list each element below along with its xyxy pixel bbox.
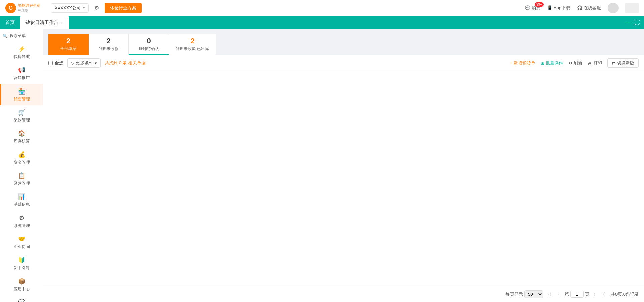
print-icon: 🖨	[588, 61, 592, 66]
cart-icon: 🛒	[18, 109, 25, 116]
sidebar-item-basic-info[interactable]: 📊 基础信息	[0, 190, 43, 211]
flash-icon: ⚡	[18, 45, 25, 53]
sidebar-item-inventory[interactable]: 🏠 库存核算	[0, 126, 43, 147]
message-badge: 99+	[535, 2, 544, 7]
main-layout: 🔍 搜索菜单 ⚡ 快捷导航 📢 营销推广 🏪 销售管理 🛒 采购管理 🏠 库存核…	[0, 29, 644, 302]
more-filter-button[interactable]: ▽ 更多条件 ▾	[67, 58, 101, 68]
chevron-down-icon: ▾	[83, 6, 85, 10]
tab-work-station[interactable]: 钱货日清工作台 ✕	[20, 16, 69, 29]
print-button[interactable]: 🖨 打印	[588, 60, 602, 66]
refresh-button[interactable]: ↻ 刷新	[569, 60, 582, 66]
sidebar-item-quick-nav[interactable]: ⚡ 快捷导航	[0, 42, 43, 63]
money-icon: 💰	[18, 151, 25, 158]
user-menu[interactable]	[625, 3, 639, 13]
settings-icon[interactable]: ⚙	[91, 3, 102, 13]
stats-tabs: 2 全部单据 2 到期未收款 0 旺辅待确认 2 到期未收款 已出库	[43, 29, 644, 55]
stat-count-all: 2	[55, 37, 82, 45]
megaphone-icon: 📢	[18, 66, 25, 74]
sidebar-item-guide[interactable]: 🔰 新手引导	[0, 253, 43, 274]
sidebar-item-purchase[interactable]: 🛒 采购管理	[0, 105, 43, 126]
sidebar-item-marketing[interactable]: 📢 营销推广	[0, 63, 43, 84]
select-all-checkbox[interactable]: 全选	[48, 60, 63, 66]
headset-icon: 🎧	[577, 5, 582, 10]
sidebar-item-operations[interactable]: 📋 经营管理	[0, 169, 43, 190]
company-selector[interactable]: XXXXXX公司 ▾	[51, 3, 89, 13]
company-name: XXXXXX公司	[55, 5, 81, 11]
sidebar-item-finance[interactable]: 💰 资金管理	[0, 147, 43, 169]
badge-icon: 🔰	[18, 256, 25, 264]
chevron-down-icon: ▾	[95, 61, 97, 66]
top-right-actions: 💬 消息 99+ 📱 App下载 🎧 在线客服	[525, 3, 639, 13]
store-icon: 🏪	[18, 87, 25, 95]
logo-text: 畅捷通好生意	[18, 3, 40, 8]
tab-home[interactable]: 首页	[0, 16, 20, 29]
message-button[interactable]: 💬 消息 99+	[525, 5, 540, 11]
logo-icon: G	[5, 3, 16, 13]
stat-label-wangfu: 旺辅待确认	[136, 46, 162, 52]
sidebar-item-system[interactable]: ⚙ 系统管理	[0, 211, 43, 232]
page-input[interactable]	[570, 291, 584, 298]
sidebar-item-wechat[interactable]: 💬 企业微信	[0, 295, 43, 302]
found-text: 共找到 0 条 相关单据	[105, 60, 146, 66]
chart-icon: 📊	[18, 193, 25, 200]
tab-close-icon[interactable]: ✕	[60, 20, 64, 25]
handshake-icon: 🤝	[18, 235, 25, 243]
stat-label-overdue-shipped: 到期未收款 已出库	[176, 46, 209, 52]
batch-icon: ⊞	[541, 61, 544, 66]
switch-icon: ⇄	[612, 61, 615, 66]
app-download-button[interactable]: 📱 App下载	[547, 5, 570, 11]
search-icon: 🔍	[3, 34, 8, 38]
add-sale-button[interactable]: + 新增销货单	[510, 60, 535, 66]
search-menu-button[interactable]: 🔍 搜索菜单	[0, 29, 43, 42]
tab-bar-right: — ⛶	[627, 20, 644, 26]
select-all-input[interactable]	[48, 61, 53, 65]
minimize-icon[interactable]: —	[627, 20, 632, 26]
pagination: 每页显示 50 20 100 ⟨⟨ ⟨ 第 页 ⟩ ⟩⟩ 共0页,0	[43, 286, 644, 302]
download-icon: 📱	[547, 5, 552, 10]
logo-sub: 标准版	[18, 8, 40, 13]
page-navigation: ⟨⟨ ⟨ 第 页 ⟩ ⟩⟩	[546, 290, 608, 298]
avatar[interactable]	[608, 3, 619, 13]
content-area: 全选 ▽ 更多条件 ▾ 共找到 0 条 相关单据 + 新增销货单 ⊞	[43, 55, 644, 302]
trial-button[interactable]: 体验行业方案	[105, 3, 142, 13]
stat-label-overdue: 到期未收款	[95, 46, 122, 52]
chat-icon: 💬	[18, 299, 25, 302]
refresh-icon: ↻	[569, 61, 572, 66]
tab-bar: 首页 钱货日清工作台 ✕ — ⛶	[0, 16, 644, 29]
message-icon: 💬	[525, 5, 530, 10]
box-icon: 📦	[18, 278, 25, 285]
stat-count-overdue: 2	[95, 37, 122, 45]
stat-count-overdue-shipped: 2	[176, 37, 209, 45]
main-content: 2 全部单据 2 到期未收款 0 旺辅待确认 2 到期未收款 已出库	[43, 29, 644, 302]
filter-icon: ▽	[71, 61, 74, 66]
total-records: 共0页,0条记录	[611, 291, 639, 297]
gear-icon: ⚙	[19, 214, 24, 222]
page-size-select[interactable]: 50 20 100	[524, 290, 543, 298]
clipboard-icon: 📋	[18, 172, 25, 179]
toolbar: 全选 ▽ 更多条件 ▾ 共找到 0 条 相关单据 + 新增销货单 ⊞	[43, 55, 644, 71]
stat-tab-overdue-shipped[interactable]: 2 到期未收款 已出库	[169, 34, 216, 55]
stat-tab-wangfu[interactable]: 0 旺辅待确认	[129, 34, 169, 55]
prev-page-button[interactable]: ⟨	[555, 290, 563, 298]
switch-version-button[interactable]: ⇄ 切换新版	[607, 58, 639, 68]
sidebar-item-enterprise[interactable]: 🤝 企业协同	[0, 232, 43, 253]
stat-tab-overdue[interactable]: 2 到期未收款	[89, 34, 129, 55]
batch-operation-button[interactable]: ⊞ 批量操作	[541, 60, 563, 66]
stat-label-all: 全部单据	[55, 46, 82, 52]
sidebar: 🔍 搜索菜单 ⚡ 快捷导航 📢 营销推广 🏪 销售管理 🛒 采购管理 🏠 库存核…	[0, 29, 43, 302]
home-icon: 🏠	[18, 130, 25, 137]
found-count: 0	[119, 60, 121, 65]
toolbar-right: + 新增销货单 ⊞ 批量操作 ↻ 刷新 🖨 打印 ⇄	[510, 58, 639, 68]
logo-area: G 畅捷通好生意 标准版	[5, 3, 48, 13]
sidebar-item-app-center[interactable]: 📦 应用中心	[0, 274, 43, 295]
last-page-button[interactable]: ⟩⟩	[600, 290, 608, 298]
table-area	[43, 71, 644, 286]
online-service-button[interactable]: 🎧 在线客服	[577, 5, 601, 11]
stat-tab-all[interactable]: 2 全部单据	[48, 34, 89, 55]
next-page-button[interactable]: ⟩	[591, 290, 599, 298]
top-bar: G 畅捷通好生意 标准版 XXXXXX公司 ▾ ⚙ 体验行业方案 💬 消息 99…	[0, 0, 644, 16]
stat-count-wangfu: 0	[136, 37, 162, 45]
first-page-button[interactable]: ⟨⟨	[546, 290, 554, 298]
sidebar-item-sales[interactable]: 🏪 销售管理	[0, 84, 43, 105]
maximize-icon[interactable]: ⛶	[635, 20, 640, 26]
